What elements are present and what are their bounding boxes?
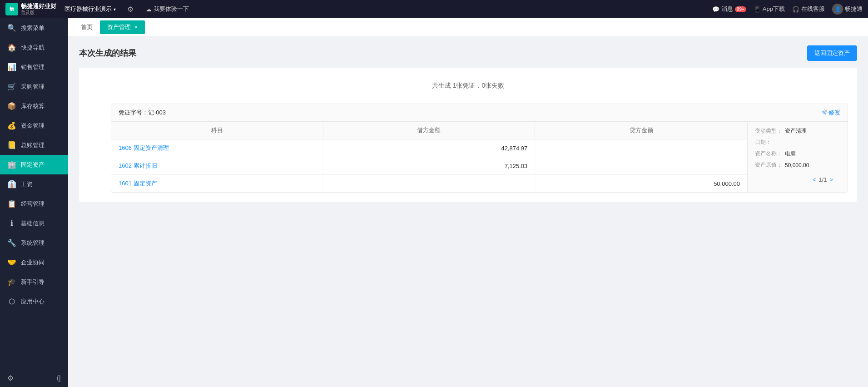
tabs-bar: 首页 资产管理 × xyxy=(68,18,868,36)
voucher-body: 科目 借方金额 贷方金额 xyxy=(111,122,848,192)
sidebar-item-finance[interactable]: 💰 资金管理 xyxy=(0,116,68,135)
header-left: 畅 畅捷通好业财 普及版 医疗器械行业演示 ▾ ⚙ ☁ 我要体验一下 xyxy=(5,3,194,15)
sidebar-settings-button[interactable]: ⚙ xyxy=(7,374,14,382)
sidebar-icon-operations: 📋 xyxy=(7,199,16,208)
sidebar-item-operations[interactable]: 📋 经营管理 xyxy=(0,194,68,213)
close-panel-button[interactable]: × xyxy=(820,106,831,117)
sidebar-item-ledger[interactable]: 📒 总账管理 xyxy=(0,135,68,155)
sidebar-icon-purchase: 🛒 xyxy=(7,82,16,91)
result-panel: 共生成 1张凭证，0张失败 × ⤢ 凭证字号：记-003 ✎ 修改 xyxy=(79,68,857,202)
date-row: 日期： xyxy=(755,139,840,146)
sidebar-label-basic-info: 基础信息 xyxy=(21,219,45,228)
prev-page-button[interactable]: < xyxy=(813,176,816,183)
company-selector[interactable]: 医疗器械行业演示 ▾ xyxy=(60,3,120,15)
app-logo-icon: 畅 xyxy=(5,3,18,15)
username-label: 畅捷通 xyxy=(845,5,863,13)
table-row: 1602 累计折旧 7,125.03 xyxy=(111,157,747,175)
tab-asset-management[interactable]: 资产管理 × xyxy=(100,20,145,34)
voucher-side-info: 变动类型： 资产清理 日期： 资产名称： 电脑 xyxy=(748,122,848,192)
sidebar-item-app-center[interactable]: ⬡ 应用中心 xyxy=(0,292,68,311)
voucher-header: 凭证字号：记-003 ✎ 修改 xyxy=(111,104,848,122)
voucher-table: 科目 借方金额 贷方金额 xyxy=(111,122,748,192)
sidebar-label-fixed-assets: 固定资产 xyxy=(21,161,45,169)
sidebar-icon-payroll: 👔 xyxy=(7,180,16,189)
sidebar-icon-quick-nav: 🏠 xyxy=(7,43,16,52)
sidebar-item-fixed-assets[interactable]: 🏢 固定资产 xyxy=(0,155,68,174)
online-service-label: 在线客服 xyxy=(801,5,825,13)
sidebar-item-search[interactable]: 🔍 搜索菜单 xyxy=(0,18,68,38)
app-subtitle: 普及版 xyxy=(21,10,56,15)
credit-cell-3: 50,000.00 xyxy=(535,175,747,192)
subject-cell-1[interactable]: 1606 固定资产清理 xyxy=(111,139,323,157)
page-header: 本次生成的结果 返回固定资产 xyxy=(79,45,857,61)
sidebar-scroll: 🔍 搜索菜单 🏠 快捷导航 📊 销售管理 🛒 采购管理 📦 库存核算 💰 资金管… xyxy=(0,18,68,369)
sidebar-item-inventory[interactable]: 📦 库存核算 xyxy=(0,96,68,116)
service-icon: 🎧 xyxy=(792,6,799,13)
sidebar-item-system[interactable]: 🔧 系统管理 xyxy=(0,233,68,253)
asset-value-row: 资产原值： 50,000.00 xyxy=(755,161,840,169)
sidebar-icon-app-center: ⬡ xyxy=(7,297,16,306)
sidebar-item-sales[interactable]: 📊 销售管理 xyxy=(0,57,68,77)
table-row: ✓ 成功 1606 固定资产清理 42,874.97 xyxy=(111,139,747,157)
sidebar-label-search: 搜索菜单 xyxy=(21,24,45,32)
app-download-label: App下载 xyxy=(763,5,785,13)
sidebar-icon-ledger: 📒 xyxy=(7,141,16,149)
result-summary: 共生成 1张凭证，0张失败 xyxy=(88,77,848,94)
expand-panel-button[interactable]: ⤢ xyxy=(833,106,844,117)
tab-home[interactable]: 首页 xyxy=(75,20,98,34)
change-type-row: 变动类型： 资产清理 xyxy=(755,127,840,135)
asset-name-label: 资产名称： xyxy=(755,150,782,158)
sidebar-item-payroll[interactable]: 👔 工资 xyxy=(0,174,68,194)
sidebar-label-ledger: 总账管理 xyxy=(21,141,45,149)
online-service-action[interactable]: 🎧 在线客服 xyxy=(792,5,825,13)
voucher-pagination: < 1/1 > xyxy=(755,173,840,187)
gear-icon: ⚙ xyxy=(127,5,134,14)
sidebar-label-enterprise: 企业协同 xyxy=(21,258,45,267)
sidebar-icon-enterprise: 🤝 xyxy=(7,258,16,267)
sidebar-item-enterprise[interactable]: 🤝 企业协同 xyxy=(0,253,68,272)
messages-action[interactable]: 💬 消息 99+ xyxy=(712,5,746,13)
sidebar: 🔍 搜索菜单 🏠 快捷导航 📊 销售管理 🛒 采购管理 📦 库存核算 💰 资金管… xyxy=(0,18,68,387)
sidebar-label-purchase: 采购管理 xyxy=(21,83,45,91)
top-header: 畅 畅捷通好业财 普及版 医疗器械行业演示 ▾ ⚙ ☁ 我要体验一下 💬 消息 … xyxy=(0,0,868,18)
subject-cell-3[interactable]: 1601 固定资产 xyxy=(111,175,323,192)
next-page-button[interactable]: > xyxy=(829,176,833,183)
header-right: 💬 消息 99+ 📱 App下载 🎧 在线客服 👤 畅捷通 xyxy=(712,4,863,15)
message-label: 消息 xyxy=(721,5,733,13)
return-fixed-assets-button[interactable]: 返回固定资产 xyxy=(807,45,857,61)
date-label: 日期： xyxy=(755,139,771,146)
col-debit: 借方金额 xyxy=(323,122,536,139)
sidebar-label-inventory: 库存核算 xyxy=(21,102,45,110)
sidebar-item-quick-nav[interactable]: 🏠 快捷导航 xyxy=(0,38,68,57)
subject-cell-2[interactable]: 1602 累计折旧 xyxy=(111,157,323,174)
sidebar-label-finance: 资金管理 xyxy=(21,122,45,130)
settings-button[interactable]: ⚙ xyxy=(124,3,137,15)
sidebar-item-guide[interactable]: 🎓 新手引导 xyxy=(0,272,68,292)
voucher-number: 凭证字号：记-003 xyxy=(119,109,166,117)
app-title: 畅捷通好业财 xyxy=(21,3,56,10)
debit-cell-2: 7,125.03 xyxy=(323,157,536,174)
voucher-section: × ⤢ 凭证字号：记-003 ✎ 修改 xyxy=(111,104,848,193)
company-name: 医疗器械行业演示 xyxy=(64,5,112,13)
cloud-icon: ☁ xyxy=(146,6,152,13)
app-title-wrap: 畅捷通好业财 普及版 xyxy=(21,3,56,15)
app-download-action[interactable]: 📱 App下载 xyxy=(754,5,785,13)
sidebar-icon-basic-info: ℹ xyxy=(7,219,16,228)
user-area[interactable]: 👤 畅捷通 xyxy=(832,4,863,15)
page-title: 本次生成的结果 xyxy=(79,48,136,59)
credit-cell-1 xyxy=(535,139,747,157)
sidebar-item-purchase[interactable]: 🛒 采购管理 xyxy=(0,77,68,96)
sidebar-label-guide: 新手引导 xyxy=(21,278,45,286)
experience-button[interactable]: ☁ 我要体验一下 xyxy=(140,3,194,15)
sidebar-label-app-center: 应用中心 xyxy=(21,298,45,306)
change-type-value: 资产清理 xyxy=(785,127,807,135)
tab-close-icon[interactable]: × xyxy=(134,24,138,30)
page-info: 1/1 xyxy=(818,176,827,183)
sidebar-collapse-button[interactable]: ⟨| xyxy=(56,374,61,382)
sidebar-label-quick-nav: 快捷导航 xyxy=(21,44,45,52)
sidebar-item-basic-info[interactable]: ℹ 基础信息 xyxy=(0,213,68,233)
sidebar-bottom: ⚙ ⟨| xyxy=(0,369,68,387)
experience-label: 我要体验一下 xyxy=(154,5,189,13)
message-icon: 💬 xyxy=(712,6,719,13)
main-layout: 🔍 搜索菜单 🏠 快捷导航 📊 销售管理 🛒 采购管理 📦 库存核算 💰 资金管… xyxy=(0,18,868,387)
